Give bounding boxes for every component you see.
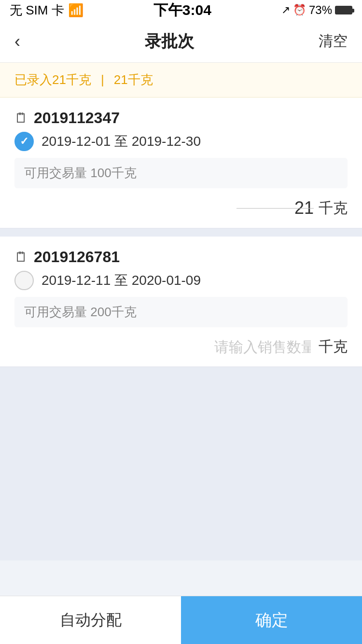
- nav-bar: ‹ 录批次 清空: [0, 20, 362, 63]
- qty-input[interactable]: [214, 339, 311, 355]
- status-bar: 无 SIM 卡 📶 下午3:04 ↗ ⏰ 73%: [0, 0, 362, 20]
- batch-1-unit: 千克: [319, 198, 348, 218]
- batch-1-input-wrapper: 21 千克: [14, 198, 348, 218]
- batch-item-1: 🗒 2019112347 2019-12-01 至 2019-12-30 可用交…: [0, 98, 362, 188]
- status-right: ↗ ⏰ 73%: [281, 3, 352, 17]
- batch-2-radio[interactable]: [14, 271, 34, 290]
- batch-2-header: 🗒 2019126781: [14, 248, 348, 266]
- recorded-label: 已录入21千克: [14, 71, 91, 88]
- alarm-icon: ⏰: [293, 4, 306, 16]
- batch-2-date-row[interactable]: 2019-12-11 至 2020-01-09: [14, 271, 348, 290]
- wifi-icon: 📶: [68, 3, 84, 18]
- empty-area: [0, 367, 362, 560]
- carrier-label: 无 SIM 卡: [10, 2, 64, 19]
- batch-1-icon: 🗒: [14, 110, 28, 126]
- back-button[interactable]: ‹: [14, 31, 20, 52]
- clear-button[interactable]: 清空: [319, 31, 348, 51]
- batch-1-id: 2019112347: [34, 109, 120, 127]
- batch-2-input-row[interactable]: 千克: [0, 327, 362, 367]
- bottom-bar: 自动分配 确定: [0, 596, 362, 644]
- info-divider: |: [101, 72, 104, 87]
- batch-2-unit: 千克: [319, 337, 348, 357]
- batch-1-avail-text: 可用交易量 100千克: [24, 166, 137, 180]
- batch-2-availability: 可用交易量 200千克: [14, 297, 348, 327]
- info-banner: 已录入21千克 | 21千克: [0, 63, 362, 98]
- batch-1-date: 2019-12-01 至 2019-12-30: [42, 132, 201, 151]
- status-time: 下午3:04: [153, 0, 211, 20]
- battery-percent: 73%: [309, 3, 332, 17]
- battery-icon: [335, 6, 352, 14]
- batch-1-radio[interactable]: [14, 132, 34, 151]
- location-icon: ↗: [281, 4, 290, 16]
- batch-1-availability: 可用交易量 100千克: [14, 158, 348, 188]
- page-title: 录批次: [145, 30, 194, 53]
- batch-2-id: 2019126781: [34, 248, 120, 266]
- confirm-button[interactable]: 确定: [181, 596, 362, 644]
- batch-2-avail-text: 可用交易量 200千克: [24, 305, 137, 319]
- info-amount: 21千克: [114, 71, 153, 88]
- batch-2-icon: 🗒: [14, 249, 28, 265]
- batch-1-amount-row: 21 千克: [0, 188, 362, 229]
- section-separator: [0, 229, 362, 237]
- batch-1-header: 🗒 2019112347: [14, 109, 348, 127]
- auto-distribute-button[interactable]: 自动分配: [0, 596, 181, 644]
- batch-2-date: 2019-12-11 至 2020-01-09: [42, 271, 201, 290]
- status-left: 无 SIM 卡 📶: [10, 2, 84, 19]
- batch-1-date-row[interactable]: 2019-12-01 至 2019-12-30: [14, 132, 348, 151]
- batch-item-2: 🗒 2019126781 2019-12-11 至 2020-01-09 可用交…: [0, 237, 362, 327]
